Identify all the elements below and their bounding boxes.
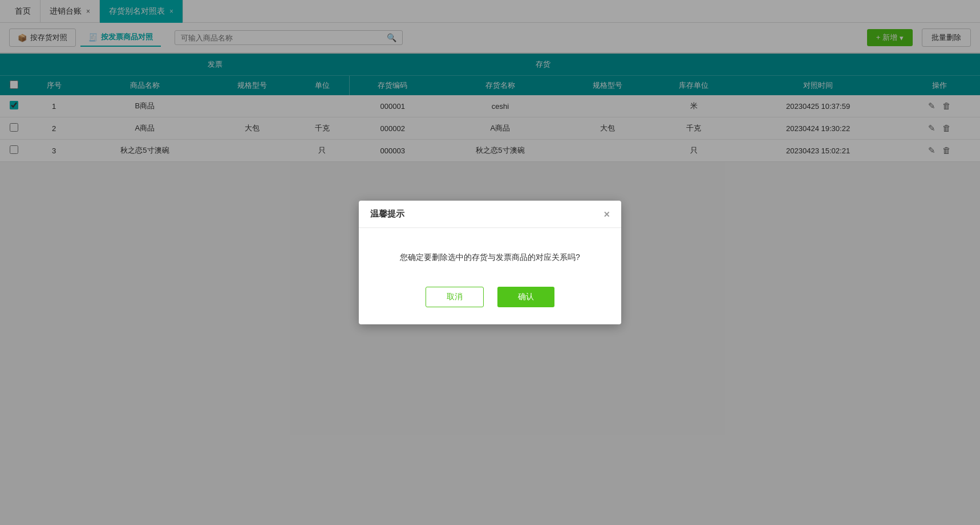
modal-overlay[interactable]: 温馨提示 × 您确定要删除选中的存货与发票商品的对应关系吗? 取消 确认 xyxy=(0,0,980,162)
